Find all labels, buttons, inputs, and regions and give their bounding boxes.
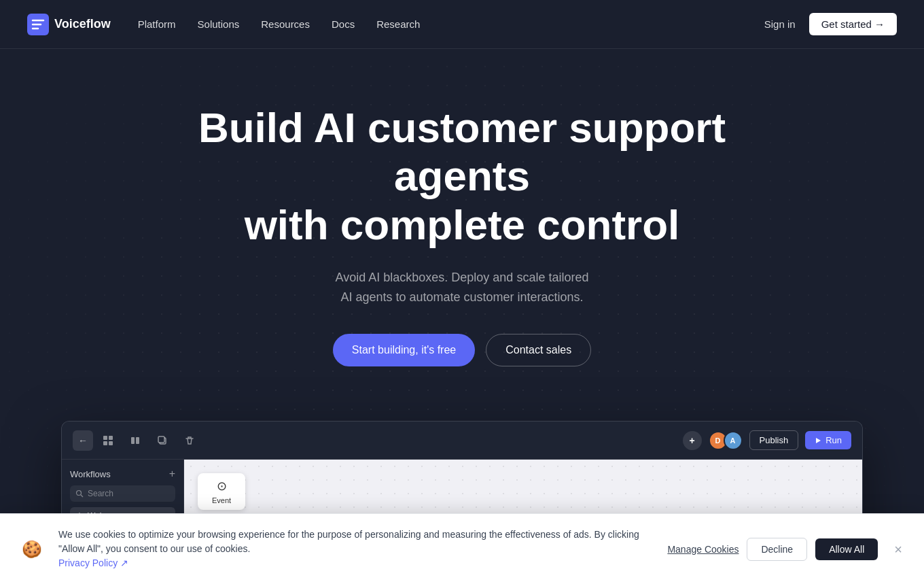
cookie-icon: 🍪 bbox=[22, 540, 42, 559]
hero-section: Build AI customer support agents with co… bbox=[0, 0, 924, 584]
svg-rect-8 bbox=[158, 436, 164, 443]
nav-resources[interactable]: Resources bbox=[261, 18, 310, 30]
signin-link[interactable]: Sign in bbox=[764, 18, 796, 30]
svg-line-11 bbox=[81, 495, 83, 497]
run-button[interactable]: Run bbox=[805, 431, 851, 449]
voiceflow-logo-icon bbox=[27, 14, 49, 35]
event-node-label: Event bbox=[212, 496, 231, 504]
avatar-a: A bbox=[724, 431, 743, 450]
run-icon bbox=[815, 437, 821, 444]
search-placeholder: Search bbox=[88, 489, 113, 498]
svg-rect-1 bbox=[103, 436, 107, 440]
contact-sales-button[interactable]: Contact sales bbox=[486, 334, 591, 366]
back-icon: ← bbox=[78, 435, 88, 446]
decline-button[interactable]: Decline bbox=[747, 538, 807, 561]
cookie-text: We use cookies to optimize your browsing… bbox=[58, 528, 651, 570]
close-cookie-banner-button[interactable]: × bbox=[894, 543, 902, 556]
getstarted-button[interactable]: Get started → bbox=[809, 13, 897, 35]
toolbar-left: ← bbox=[73, 430, 199, 451]
hero-content: Build AI customer support agents with co… bbox=[156, 49, 768, 394]
add-collaborator-button[interactable]: + bbox=[683, 431, 702, 450]
cookie-actions: Manage Cookies Decline Allow All bbox=[667, 538, 878, 561]
sidebar-header: Workflows + bbox=[70, 468, 175, 480]
svg-rect-3 bbox=[103, 441, 107, 445]
nav-platform[interactable]: Platform bbox=[138, 18, 176, 30]
nav-actions: Sign in Get started → bbox=[764, 13, 897, 35]
avatar-group: D A bbox=[709, 431, 743, 450]
svg-marker-9 bbox=[816, 438, 821, 443]
hero-title: Build AI customer support agents with co… bbox=[170, 103, 754, 249]
sidebar-title: Workflows bbox=[70, 469, 111, 479]
split-icon[interactable] bbox=[126, 431, 145, 450]
svg-rect-5 bbox=[131, 437, 135, 444]
sidebar-search[interactable]: Search bbox=[70, 485, 175, 502]
svg-rect-4 bbox=[109, 441, 113, 445]
svg-rect-2 bbox=[109, 436, 113, 440]
nav-links: Platform Solutions Resources Docs Resear… bbox=[138, 18, 764, 30]
grid-icon[interactable] bbox=[99, 431, 118, 450]
copy-icon[interactable] bbox=[153, 431, 172, 450]
allow-all-button[interactable]: Allow All bbox=[815, 538, 878, 560]
logo[interactable]: Voiceflow bbox=[27, 14, 111, 35]
nav-solutions[interactable]: Solutions bbox=[198, 18, 240, 30]
svg-point-10 bbox=[77, 491, 82, 496]
nav-research[interactable]: Research bbox=[376, 18, 420, 30]
manage-cookies-link[interactable]: Manage Cookies bbox=[667, 544, 739, 555]
toolbar-right: + D A Publish Run bbox=[683, 430, 852, 450]
search-icon bbox=[75, 489, 84, 498]
canvas-node-event[interactable]: ⊙ Event bbox=[198, 473, 245, 510]
hero-subtitle: Avoid AI blackboxes. Deploy and scale ta… bbox=[170, 268, 754, 307]
toolbar-icons bbox=[99, 431, 199, 450]
event-node-icon: ⊙ bbox=[217, 479, 227, 494]
start-building-button[interactable]: Start building, it's free bbox=[333, 334, 475, 366]
add-workflow-icon[interactable]: + bbox=[169, 468, 175, 480]
svg-rect-6 bbox=[136, 437, 139, 444]
back-button[interactable]: ← bbox=[73, 430, 93, 451]
logo-text: Voiceflow bbox=[54, 17, 111, 31]
nav-docs[interactable]: Docs bbox=[332, 18, 355, 30]
app-toolbar: ← bbox=[62, 422, 862, 460]
cookie-banner: 🍪 We use cookies to optimize your browsi… bbox=[0, 513, 924, 584]
privacy-policy-link[interactable]: Privacy Policy ↗ bbox=[58, 557, 128, 568]
publish-button[interactable]: Publish bbox=[749, 430, 799, 450]
navigation: Voiceflow Platform Solutions Resources D… bbox=[0, 0, 924, 49]
trash-icon[interactable] bbox=[180, 431, 199, 450]
hero-buttons: Start building, it's free Contact sales bbox=[170, 334, 754, 366]
